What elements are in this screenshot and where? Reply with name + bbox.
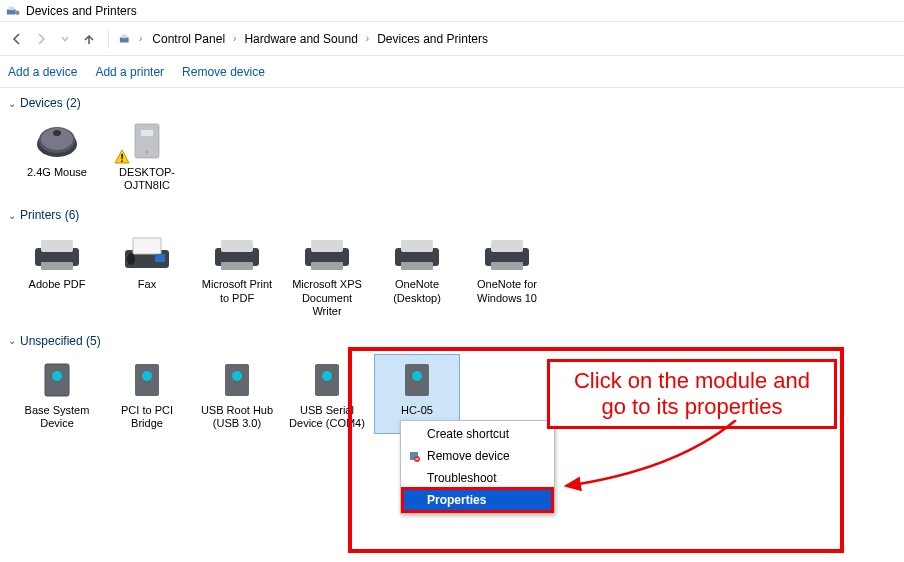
device-label: Microsoft Print to PDF xyxy=(196,278,278,304)
device-pci-bridge[interactable]: PCI to PCI Bridge xyxy=(104,354,190,434)
printer-icon xyxy=(297,232,357,276)
window-title: Devices and Printers xyxy=(26,4,137,18)
device-usb-root-hub[interactable]: USB Root Hub (USB 3.0) xyxy=(194,354,280,434)
svg-point-41 xyxy=(232,371,242,381)
svg-rect-34 xyxy=(491,262,523,270)
add-printer-button[interactable]: Add a printer xyxy=(95,65,164,79)
printer-fax[interactable]: Fax xyxy=(104,228,190,322)
svg-rect-28 xyxy=(311,262,343,270)
chevron-icon: › xyxy=(139,33,142,44)
device-label: 2.4G Mouse xyxy=(27,166,87,179)
add-device-button[interactable]: Add a device xyxy=(8,65,77,79)
caret-icon: ⌄ xyxy=(8,210,16,221)
breadcrumb-icon xyxy=(119,32,133,46)
annotation-callout: Click on the module and go to its proper… xyxy=(547,359,837,429)
group-header-printers[interactable]: ⌄ Printers (6) xyxy=(8,204,896,224)
group-title: Printers (6) xyxy=(20,208,79,222)
up-button[interactable] xyxy=(80,30,98,48)
device-label: USB Root Hub (USB 3.0) xyxy=(196,404,278,430)
computer-icon: ! xyxy=(117,120,177,164)
chevron-icon: › xyxy=(366,33,369,44)
svg-rect-18 xyxy=(41,262,73,270)
printer-msprint-pdf[interactable]: Microsoft Print to PDF xyxy=(194,228,280,322)
svg-rect-1 xyxy=(9,6,14,10)
printer-icon xyxy=(387,232,447,276)
printer-xps[interactable]: Microsoft XPS Document Writer xyxy=(284,228,370,322)
recent-dropdown[interactable] xyxy=(56,30,74,48)
printer-icon xyxy=(27,232,87,276)
svg-rect-30 xyxy=(401,240,433,252)
device-base-system[interactable]: Base System Device xyxy=(14,354,100,434)
svg-point-9 xyxy=(53,130,61,136)
breadcrumb-root[interactable]: Control Panel xyxy=(148,30,229,48)
group-header-devices[interactable]: ⌄ Devices (2) xyxy=(8,92,896,112)
device-label: Microsoft XPS Document Writer xyxy=(286,278,368,318)
device-label: DESKTOP-OJTN8IC xyxy=(106,166,188,192)
svg-point-43 xyxy=(322,371,332,381)
forward-button[interactable] xyxy=(32,30,50,48)
svg-text:!: ! xyxy=(120,152,124,164)
svg-rect-24 xyxy=(221,240,253,252)
device-label: Adobe PDF xyxy=(29,278,86,291)
device-label: OneNote (Desktop) xyxy=(376,278,458,304)
caret-icon: ⌄ xyxy=(8,98,16,109)
fax-icon xyxy=(117,232,177,276)
svg-point-13 xyxy=(146,151,149,154)
device-desktop[interactable]: ! DESKTOP-OJTN8IC xyxy=(104,116,190,196)
svg-point-37 xyxy=(52,371,62,381)
printer-icon xyxy=(207,232,267,276)
breadcrumb: Control Panel › Hardware and Sound › Dev… xyxy=(148,30,492,48)
printer-icon xyxy=(477,232,537,276)
generic-device-icon xyxy=(27,358,87,402)
back-button[interactable] xyxy=(8,30,26,48)
group-title: Unspecified (5) xyxy=(20,334,101,348)
svg-rect-5 xyxy=(122,34,127,38)
device-label: Fax xyxy=(138,278,156,291)
svg-rect-25 xyxy=(221,262,253,270)
devices-printers-icon xyxy=(6,4,20,18)
svg-rect-31 xyxy=(401,262,433,270)
svg-rect-20 xyxy=(133,238,161,254)
group-title: Devices (2) xyxy=(20,96,81,110)
device-label: OneNote for Windows 10 xyxy=(466,278,548,304)
titlebar: Devices and Printers xyxy=(0,0,904,22)
svg-point-39 xyxy=(142,371,152,381)
svg-rect-12 xyxy=(141,130,153,136)
svg-rect-33 xyxy=(491,240,523,252)
mouse-icon xyxy=(27,120,87,164)
caret-icon: ⌄ xyxy=(8,335,16,346)
breadcrumb-mid[interactable]: Hardware and Sound xyxy=(240,30,361,48)
device-label: Base System Device xyxy=(16,404,98,430)
toolbar: Add a device Add a printer Remove device xyxy=(0,56,904,88)
warning-icon: ! xyxy=(113,148,131,166)
navbar: › Control Panel › Hardware and Sound › D… xyxy=(0,22,904,56)
svg-rect-21 xyxy=(155,254,165,262)
svg-point-2 xyxy=(15,10,19,14)
device-label: PCI to PCI Bridge xyxy=(106,404,188,430)
svg-point-22 xyxy=(127,253,135,265)
svg-rect-27 xyxy=(311,240,343,252)
generic-device-icon xyxy=(117,358,177,402)
remove-device-button[interactable]: Remove device xyxy=(182,65,265,79)
printer-onenote-w10[interactable]: OneNote for Windows 10 xyxy=(464,228,550,322)
printer-adobe-pdf[interactable]: Adobe PDF xyxy=(14,228,100,322)
device-mouse[interactable]: 2.4G Mouse xyxy=(14,116,100,196)
breadcrumb-leaf[interactable]: Devices and Printers xyxy=(373,30,492,48)
chevron-icon: › xyxy=(233,33,236,44)
generic-device-icon xyxy=(207,358,267,402)
svg-rect-17 xyxy=(41,240,73,252)
printer-onenote-desktop[interactable]: OneNote (Desktop) xyxy=(374,228,460,322)
